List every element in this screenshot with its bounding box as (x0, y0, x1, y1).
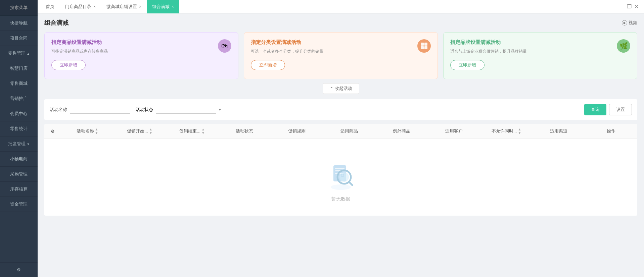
category-card-desc: 可选一个或者多个分类，提升分类的销量 (251, 48, 431, 55)
activity-name-label: 活动名称 (50, 107, 67, 113)
category-card-btn[interactable]: 立即新增 (251, 60, 285, 70)
sidebar-item-wholesale-mgmt[interactable]: 批发管理 (0, 136, 38, 152)
category-card-title: 指定分类设置满减活动 (251, 39, 431, 46)
goods-card-icon: 🛍 (218, 39, 231, 53)
sidebar-item-member-center[interactable]: 会员中心 (0, 106, 38, 121)
tab-close-wechat-store-settings[interactable]: × (139, 4, 141, 9)
sidebar-item-smart-store[interactable]: 智慧门店 (0, 61, 38, 76)
th-activity-name[interactable]: 活动名称 ▲▼ (61, 127, 113, 135)
sidebar-item-xiaochang-ecom[interactable]: 小畅电商 (0, 152, 38, 167)
th-applicable-customer: 适用客户 (428, 128, 480, 134)
sidebar-item-finance-mgmt[interactable]: 资金管理 (0, 197, 38, 212)
th-not-allow-concurrent[interactable]: 不允许同时... ▲▼ (480, 127, 533, 135)
activity-status-label: 活动状态 (136, 107, 153, 113)
chevron-down-icon: ▾ (219, 107, 221, 112)
sidebar-settings-icon[interactable]: ⚙ (0, 262, 38, 277)
setting-button[interactable]: 设置 (609, 104, 632, 115)
sidebar-item-marketing[interactable]: 营销推广 (0, 91, 38, 106)
collapse-icon: ⌃ (330, 86, 333, 91)
restore-icon[interactable]: ❐ (627, 3, 632, 10)
sidebar: 搜索菜单 快捷导航 项目合同 零售管理 智慧门店 零售商城 营销推广 会员中心 … (0, 0, 38, 277)
window-controls: ❐ ✕ (627, 3, 641, 10)
goods-card-btn[interactable]: 立即新增 (51, 60, 86, 70)
sidebar-item-quick-nav[interactable]: 快捷导航 (0, 16, 38, 31)
tab-bar: 首页 门店商品目录 × 微商城店铺设置 × 组合满减 × ❐ ✕ (38, 0, 644, 13)
video-label: 视频 (629, 20, 637, 26)
cards-row: 指定商品设置满减活动 可指定滞销商品或库存较多商品 🛍 立即新增 指定分类设置满… (44, 32, 637, 79)
empty-text: 暂无数据 (331, 196, 350, 202)
tab-close-store-catalog[interactable]: × (93, 4, 96, 9)
svg-line-11 (349, 182, 352, 185)
tab-combo-discount[interactable]: 组合满减 × (147, 0, 179, 13)
svg-point-4 (331, 184, 351, 190)
th-promo-start[interactable]: 促销开始... ▲▼ (113, 127, 166, 135)
table-header: ⚙ 活动名称 ▲▼ 促销开始... ▲▼ 促销结束... ▲▼ 活动状态 促销规… (44, 124, 637, 138)
page-header: 组合满减 ▶ 视频 (44, 19, 637, 27)
search-actions: 查询 设置 (584, 104, 632, 115)
table-wrap: ⚙ 活动名称 ▲▼ 促销开始... ▲▼ 促销结束... ▲▼ 活动状态 促销规… (44, 124, 637, 216)
brand-card: 指定品牌设置满减活动 适合与上游企业联合做营销，提升品牌销量 🌿 立即新增 (443, 32, 637, 79)
brand-card-desc: 适合与上游企业联合做营销，提升品牌销量 (450, 48, 630, 55)
sidebar-item-inventory-calc[interactable]: 库存核算 (0, 182, 38, 197)
category-card-icon (417, 39, 431, 53)
th-gear[interactable]: ⚙ (44, 129, 61, 134)
sidebar-item-project-contract[interactable]: 项目合同 (0, 31, 38, 46)
collapse-label: 收起活动 (335, 86, 352, 92)
sort-icon-promo-end: ▲▼ (201, 127, 205, 135)
activity-name-input[interactable] (70, 106, 130, 114)
tab-store-catalog[interactable]: 门店商品目录 × (60, 0, 101, 13)
svg-point-10 (339, 172, 349, 182)
page-content: 组合满减 ▶ 视频 指定商品设置满减活动 可指定滞销商品或库存较多商品 🛍 立即… (38, 13, 644, 277)
sidebar-item-retail-mall[interactable]: 零售商城 (0, 76, 38, 91)
video-link[interactable]: ▶ 视频 (622, 20, 637, 26)
empty-icon (324, 159, 358, 192)
th-exceptional-goods: 例外商品 (375, 128, 428, 134)
activity-status-select[interactable] (156, 106, 216, 114)
goods-card-desc: 可指定滞销商品或库存较多商品 (51, 48, 231, 55)
tab-wechat-store-settings[interactable]: 微商城店铺设置 × (101, 0, 147, 13)
tab-home[interactable]: 首页 (40, 0, 60, 13)
sort-icon-activity-name: ▲▼ (95, 127, 98, 135)
th-applicable-channel: 适用渠道 (533, 128, 585, 134)
close-icon[interactable]: ✕ (634, 3, 639, 10)
sort-icon-promo-start: ▲▼ (149, 127, 152, 135)
th-applicable-goods: 适用商品 (323, 128, 375, 134)
th-operation: 操作 (585, 128, 637, 134)
svg-rect-0 (421, 43, 424, 46)
goods-card-title: 指定商品设置满减活动 (51, 39, 231, 46)
tab-close-combo-discount[interactable]: × (172, 4, 174, 9)
svg-rect-2 (421, 46, 424, 49)
goods-card: 指定商品设置满减活动 可指定滞销商品或库存较多商品 🛍 立即新增 (44, 32, 238, 79)
brand-card-icon: 🌿 (617, 39, 630, 53)
activity-name-field: 活动名称 (50, 106, 130, 114)
empty-area: 暂无数据 (44, 138, 637, 216)
sort-icon-not-allow: ▲▼ (518, 127, 521, 135)
svg-rect-3 (424, 46, 427, 49)
page-title: 组合满减 (44, 19, 68, 27)
search-bar: 活动名称 活动状态 ▾ 查询 设置 (44, 99, 637, 120)
svg-rect-1 (424, 43, 427, 46)
collapse-bar: ⌃ 收起活动 (44, 83, 637, 94)
th-activity-status: 活动状态 (218, 128, 271, 134)
th-promo-rule: 促销规则 (271, 128, 323, 134)
brand-card-title: 指定品牌设置满减活动 (450, 39, 630, 46)
brand-card-btn[interactable]: 立即新增 (450, 60, 485, 70)
sidebar-item-retail-mgmt[interactable]: 零售管理 (0, 46, 38, 61)
th-promo-end[interactable]: 促销结束... ▲▼ (166, 127, 218, 135)
svg-rect-6 (335, 168, 344, 169)
query-button[interactable]: 查询 (584, 104, 606, 115)
activity-status-field: 活动状态 ▾ (136, 106, 221, 114)
sidebar-item-retail-stats[interactable]: 零售统计 (0, 121, 38, 136)
category-card: 指定分类设置满减活动 可选一个或者多个分类，提升分类的销量 立即新增 (244, 32, 438, 79)
play-icon: ▶ (622, 20, 627, 25)
sidebar-item-purchase-mgmt[interactable]: 采购管理 (0, 167, 38, 182)
main-area: 首页 门店商品目录 × 微商城店铺设置 × 组合满减 × ❐ ✕ 组合满减 ▶ … (38, 0, 644, 277)
collapse-button[interactable]: ⌃ 收起活动 (323, 83, 359, 94)
sidebar-search[interactable]: 搜索菜单 (0, 0, 38, 16)
